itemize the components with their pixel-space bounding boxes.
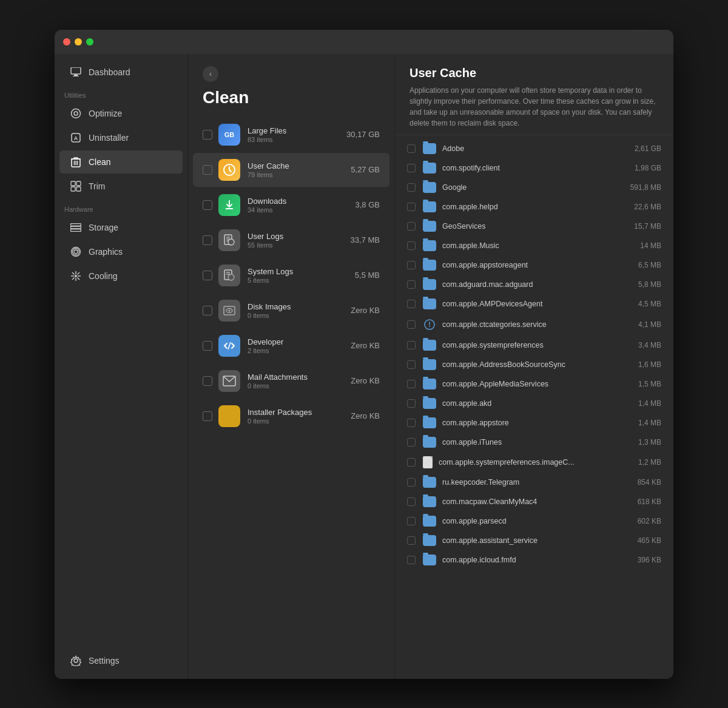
svg-rect-2 bbox=[73, 76, 79, 76]
detail-item-checkbox[interactable] bbox=[407, 320, 416, 329]
folder-icon bbox=[423, 359, 436, 370]
minimize-button[interactable] bbox=[75, 38, 82, 46]
user-cache-count: 79 items bbox=[248, 171, 351, 178]
detail-item-checkbox[interactable] bbox=[407, 497, 416, 506]
detail-item-checkbox[interactable] bbox=[407, 536, 416, 545]
detail-list-item[interactable]: com.spotify.client1,98 GB bbox=[395, 158, 673, 178]
detail-list-item[interactable]: com.apple.AddressBookSourceSync1,6 MB bbox=[395, 355, 673, 374]
detail-list-item[interactable]: com.apple.Music14 MB bbox=[395, 236, 673, 255]
trim-icon bbox=[69, 180, 83, 193]
system-logs-checkbox[interactable] bbox=[203, 271, 212, 280]
detail-list-item[interactable]: com.apple.helpd22,6 MB bbox=[395, 197, 673, 217]
mail-attachments-size: Zero KB bbox=[351, 376, 380, 385]
detail-item-checkbox[interactable] bbox=[407, 280, 416, 289]
disk-images-checkbox[interactable] bbox=[203, 306, 212, 315]
sidebar-item-settings[interactable]: Settings bbox=[59, 649, 183, 672]
detail-item-checkbox[interactable] bbox=[407, 144, 416, 153]
detail-item-size: 6,5 MB bbox=[638, 261, 661, 269]
folder-icon bbox=[423, 240, 436, 251]
folder-icon bbox=[423, 182, 436, 193]
svg-rect-0 bbox=[71, 67, 81, 74]
folder-icon bbox=[423, 298, 436, 309]
detail-list-item[interactable]: Adobe2,61 GB bbox=[395, 139, 673, 158]
detail-item-checkbox[interactable] bbox=[407, 183, 416, 192]
detail-item-size: 1,4 MB bbox=[638, 419, 661, 427]
detail-list-item[interactable]: com.apple.AMPDevicesAgent4,5 MB bbox=[395, 294, 673, 314]
svg-point-3 bbox=[72, 109, 81, 118]
detail-list-item[interactable]: com.apple.appstore1,4 MB bbox=[395, 413, 673, 433]
sidebar-item-clean[interactable]: Clean bbox=[59, 150, 183, 174]
clean-item-system-logs[interactable]: System Logs 5 items 5,5 MB bbox=[193, 258, 389, 292]
detail-description: Applications on your computer will often… bbox=[410, 85, 659, 129]
sidebar-item-trim[interactable]: Trim bbox=[59, 175, 183, 198]
installer-packages-checkbox[interactable] bbox=[203, 411, 212, 421]
clean-item-mail-attachments[interactable]: Mail Attachments 0 items Zero KB bbox=[193, 364, 389, 398]
detail-list-item[interactable]: com.adguard.mac.adguard5,8 MB bbox=[395, 275, 673, 294]
detail-list-item[interactable]: com.macpaw.CleanMyMac4618 KB bbox=[395, 492, 673, 511]
detail-item-checkbox[interactable] bbox=[407, 458, 416, 467]
detail-list-item[interactable]: ru.keepcoder.Telegram854 KB bbox=[395, 473, 673, 492]
detail-item-checkbox[interactable] bbox=[407, 517, 416, 525]
graphics-icon bbox=[69, 245, 83, 258]
sidebar-item-optimize[interactable]: Optimize bbox=[59, 102, 183, 125]
mail-attachments-info: Mail Attachments 0 items bbox=[248, 373, 351, 389]
clean-item-user-cache[interactable]: User Cache 79 items 5,27 GB bbox=[193, 153, 389, 187]
detail-item-checkbox[interactable] bbox=[407, 419, 416, 427]
detail-list-item[interactable]: com.apple.systempreferences.imageC...1,2… bbox=[395, 452, 673, 473]
detail-list-item[interactable]: com.apple.AppleMediaServices1,5 MB bbox=[395, 374, 673, 394]
detail-item-size: 3,4 MB bbox=[638, 341, 661, 349]
downloads-icon bbox=[218, 194, 240, 216]
sidebar-item-storage[interactable]: Storage bbox=[59, 216, 183, 239]
detail-list-item[interactable]: com.apple.iTunes1,3 MB bbox=[395, 433, 673, 452]
system-logs-info: System Logs 5 items bbox=[248, 267, 355, 284]
detail-item-checkbox[interactable] bbox=[407, 399, 416, 408]
clean-item-disk-images[interactable]: Disk Images 0 items Zero KB bbox=[193, 294, 389, 328]
clean-item-user-logs[interactable]: User Logs 55 items 33,7 MB bbox=[193, 223, 389, 257]
clean-item-large-files[interactable]: GB Large Files 83 items 30,17 GB bbox=[193, 118, 389, 152]
detail-list-item[interactable]: com.apple.systempreferences3,4 MB bbox=[395, 335, 673, 355]
close-button[interactable] bbox=[63, 38, 70, 46]
detail-list-item[interactable]: com.apple.ctcategories.service4,1 MB bbox=[395, 314, 673, 335]
user-logs-checkbox[interactable] bbox=[203, 235, 212, 245]
detail-item-checkbox[interactable] bbox=[407, 478, 416, 487]
detail-item-checkbox[interactable] bbox=[407, 341, 416, 349]
detail-item-name: com.apple.iTunes bbox=[442, 438, 638, 447]
clean-item-developer[interactable]: Developer 2 items Zero KB bbox=[193, 329, 389, 363]
sidebar-item-cooling[interactable]: Cooling bbox=[59, 265, 183, 288]
detail-item-checkbox[interactable] bbox=[407, 222, 416, 231]
detail-item-checkbox[interactable] bbox=[407, 261, 416, 269]
detail-item-checkbox[interactable] bbox=[407, 438, 416, 447]
sidebar: Dashboard Utilities Optimize A Uninstall… bbox=[55, 54, 188, 679]
sidebar-item-uninstaller[interactable]: A Uninstaller bbox=[59, 126, 183, 149]
sidebar-item-graphics[interactable]: Graphics bbox=[59, 240, 183, 263]
detail-item-checkbox[interactable] bbox=[407, 241, 416, 250]
detail-list-item[interactable]: Google591,8 MB bbox=[395, 178, 673, 197]
detail-item-checkbox[interactable] bbox=[407, 164, 416, 172]
list-panel: ‹ Clean GB Large Files 83 items 30,17 GB bbox=[188, 54, 394, 679]
downloads-checkbox[interactable] bbox=[203, 200, 212, 210]
detail-list-item[interactable]: com.apple.assistant_service465 KB bbox=[395, 531, 673, 550]
detail-item-checkbox[interactable] bbox=[407, 556, 416, 564]
large-files-checkbox[interactable] bbox=[203, 130, 212, 140]
detail-item-checkbox[interactable] bbox=[407, 380, 416, 388]
folder-icon bbox=[423, 417, 436, 428]
detail-list-item[interactable]: com.apple.icloud.fmfd396 KB bbox=[395, 550, 673, 570]
detail-item-checkbox[interactable] bbox=[407, 203, 416, 211]
clean-item-downloads[interactable]: Downloads 34 items 3,8 GB bbox=[193, 188, 389, 222]
user-cache-checkbox[interactable] bbox=[203, 165, 212, 175]
folder-icon bbox=[423, 340, 436, 351]
detail-item-checkbox[interactable] bbox=[407, 360, 416, 369]
detail-item-name: com.apple.ctcategories.service bbox=[442, 320, 638, 329]
maximize-button[interactable] bbox=[86, 38, 93, 46]
detail-item-checkbox[interactable] bbox=[407, 300, 416, 308]
back-button[interactable]: ‹ bbox=[203, 66, 218, 82]
detail-list-item[interactable]: com.apple.parsecd602 KB bbox=[395, 511, 673, 531]
detail-item-name: com.apple.appstoreagent bbox=[442, 261, 638, 269]
detail-list-item[interactable]: com.apple.akd1,4 MB bbox=[395, 394, 673, 413]
detail-list-item[interactable]: com.apple.appstoreagent6,5 MB bbox=[395, 255, 673, 275]
mail-attachments-checkbox[interactable] bbox=[203, 376, 212, 386]
clean-item-installer-packages[interactable]: Installer Packages 0 items Zero KB bbox=[193, 399, 389, 433]
developer-checkbox[interactable] bbox=[203, 341, 212, 351]
detail-list-item[interactable]: GeoServices15,7 MB bbox=[395, 217, 673, 236]
sidebar-item-dashboard[interactable]: Dashboard bbox=[59, 61, 183, 84]
